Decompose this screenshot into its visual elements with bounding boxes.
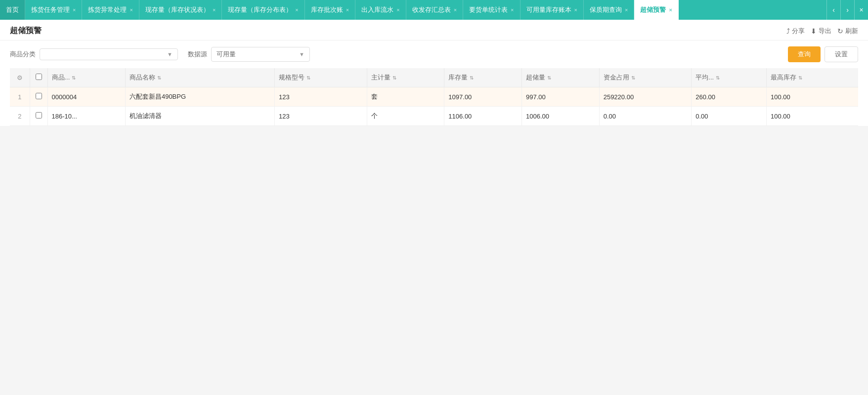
nav-item-6[interactable]: 出入库流水 × <box>355 0 406 20</box>
nav-item-home[interactable]: 首页 <box>0 0 25 20</box>
row-stock-1: 1106.00 <box>444 107 522 126</box>
th-avg-sortable[interactable]: 平均... ⇅ <box>695 73 762 82</box>
nav-item-3[interactable]: 现存量（库存状况表） × <box>139 0 222 20</box>
nav-close-1[interactable]: × <box>73 7 76 13</box>
settings-button[interactable]: 设置 <box>825 46 858 62</box>
nav-label-10: 保质期查询 <box>590 5 622 14</box>
th-checkbox <box>30 68 47 87</box>
th-stock: 库存量 ⇅ <box>444 68 522 87</box>
sort-name-icon: ⇅ <box>157 75 161 80</box>
gear-icon[interactable]: ⚙ <box>17 74 23 81</box>
nav-label-1: 拣货任务管理 <box>31 5 70 14</box>
select-all-checkbox[interactable] <box>36 74 42 80</box>
nav-close-8[interactable]: × <box>511 7 514 13</box>
row-capital-0: 259220.00 <box>599 87 692 107</box>
sort-stock-icon: ⇅ <box>470 75 474 80</box>
nav-close-5[interactable]: × <box>346 7 349 13</box>
nav-item-9[interactable]: 可用量库存账本 × <box>521 0 584 20</box>
nav-item-5[interactable]: 库存批次账 × <box>305 0 355 20</box>
th-name-label: 商品名称 <box>130 73 155 82</box>
th-capital-label: 资金占用 <box>604 73 629 82</box>
th-maxstock-sortable[interactable]: 最高库存 ⇅ <box>771 73 854 82</box>
th-capital: 资金占用 ⇅ <box>599 68 692 87</box>
th-overflow-label: 超储量 <box>526 73 545 82</box>
th-name: 商品名称 ⇅ <box>125 68 274 87</box>
nav-close-9[interactable]: × <box>574 7 577 13</box>
row-unit-0: 套 <box>367 87 444 107</box>
nav-label-7: 收发存汇总表 <box>412 5 451 14</box>
nav-close-7[interactable]: × <box>454 7 457 13</box>
filter-actions: 查询 设置 <box>788 46 858 62</box>
category-select[interactable]: ▼ <box>40 48 178 60</box>
row-num-1: 2 <box>10 107 30 126</box>
page-header: 超储预警 ⤴ 分享 ⬇ 导出 ↻ 刷新 <box>0 20 868 40</box>
nav-item-2[interactable]: 拣货异常处理 × <box>82 0 139 20</box>
nav-arrow-right[interactable]: › <box>840 0 854 20</box>
row-name-0: 六配套新昌490BPG <box>125 87 274 107</box>
th-spec-sortable[interactable]: 规格型号 ⇅ <box>279 73 363 82</box>
th-code-label: 商品... <box>52 73 70 82</box>
nav-item-4[interactable]: 现存量（库存分布表） × <box>222 0 304 20</box>
th-overflow-sortable[interactable]: 超储量 ⇅ <box>526 73 595 82</box>
th-capital-sortable[interactable]: 资金占用 ⇅ <box>604 73 688 82</box>
nav-arrow-close[interactable]: × <box>854 0 868 20</box>
row-select-1[interactable] <box>36 112 42 118</box>
query-button[interactable]: 查询 <box>788 46 821 62</box>
th-unit: 主计量 ⇅ <box>367 68 444 87</box>
table-body: 1 0000004 六配套新昌490BPG 123 套 1097.00 997.… <box>10 87 858 126</box>
data-table: ⚙ 商品... ⇅ 商品名称 ⇅ <box>10 68 858 126</box>
sort-code-icon: ⇅ <box>72 75 76 80</box>
nav-close-4[interactable]: × <box>295 7 298 13</box>
sort-unit-icon: ⇅ <box>392 75 396 80</box>
sort-capital-icon: ⇅ <box>631 75 635 80</box>
row-avg-1: 0.00 <box>692 107 767 126</box>
table-row: 1 0000004 六配套新昌490BPG 123 套 1097.00 997.… <box>10 87 858 107</box>
th-unit-sortable[interactable]: 主计量 ⇅ <box>371 73 440 82</box>
nav-close-10[interactable]: × <box>625 7 628 13</box>
row-overflow-0: 997.00 <box>522 87 600 107</box>
row-checkbox-0 <box>30 87 47 107</box>
nav-label-2: 拣货异常处理 <box>88 5 127 14</box>
nav-item-8[interactable]: 要货单统计表 × <box>463 0 520 20</box>
share-label: 分享 <box>792 27 805 36</box>
th-maxstock-label: 最高库存 <box>771 73 796 82</box>
header-actions: ⤴ 分享 ⬇ 导出 ↻ 刷新 <box>786 27 858 36</box>
nav-item-1[interactable]: 拣货任务管理 × <box>25 0 82 20</box>
nav-label-6: 出入库流水 <box>361 5 393 14</box>
refresh-label: 刷新 <box>845 27 858 36</box>
datasource-select[interactable]: 可用量 ▼ <box>211 47 310 62</box>
nav-item-10[interactable]: 保质期查询 × <box>584 0 634 20</box>
row-select-0[interactable] <box>36 93 42 99</box>
nav-arrow-left[interactable]: ‹ <box>826 0 840 20</box>
table-container: ⚙ 商品... ⇅ 商品名称 ⇅ <box>0 68 868 126</box>
nav-close-3[interactable]: × <box>213 7 216 13</box>
nav-label-home: 首页 <box>6 5 19 14</box>
th-stock-label: 库存量 <box>448 73 468 82</box>
nav-close-6[interactable]: × <box>396 7 399 13</box>
row-code-0: 0000004 <box>47 87 125 107</box>
th-avg-label: 平均... <box>695 73 714 82</box>
page-title: 超储预警 <box>10 26 42 36</box>
sort-maxstock-icon: ⇅ <box>798 75 802 80</box>
nav-bar: 首页 拣货任务管理 × 拣货异常处理 × 现存量（库存状况表） × 现存量（库存… <box>0 0 868 20</box>
nav-close-2[interactable]: × <box>130 7 132 13</box>
th-stock-sortable[interactable]: 库存量 ⇅ <box>448 73 518 82</box>
row-stock-0: 1097.00 <box>444 87 522 107</box>
share-icon: ⤴ <box>786 27 790 35</box>
th-code: 商品... ⇅ <box>47 68 125 87</box>
export-icon: ⬇ <box>811 27 817 35</box>
row-capital-1: 0.00 <box>599 107 692 126</box>
refresh-button[interactable]: ↻ 刷新 <box>837 27 858 36</box>
share-button[interactable]: ⤴ 分享 <box>786 27 805 36</box>
th-unit-label: 主计量 <box>371 73 391 82</box>
th-code-sortable[interactable]: 商品... ⇅ <box>52 73 121 82</box>
th-overflow: 超储量 ⇅ <box>522 68 600 87</box>
export-button[interactable]: ⬇ 导出 <box>811 27 831 36</box>
nav-item-7[interactable]: 收发存汇总表 × <box>406 0 463 20</box>
th-name-sortable[interactable]: 商品名称 ⇅ <box>130 73 270 82</box>
nav-close-11[interactable]: × <box>669 7 672 13</box>
row-checkbox-1 <box>30 107 47 126</box>
nav-item-11[interactable]: 超储预警 × <box>634 0 678 20</box>
table-row: 2 186-10... 机油滤清器 123 个 1106.00 1006.00 … <box>10 107 858 126</box>
nav-label-4: 现存量（库存分布表） <box>228 5 292 14</box>
